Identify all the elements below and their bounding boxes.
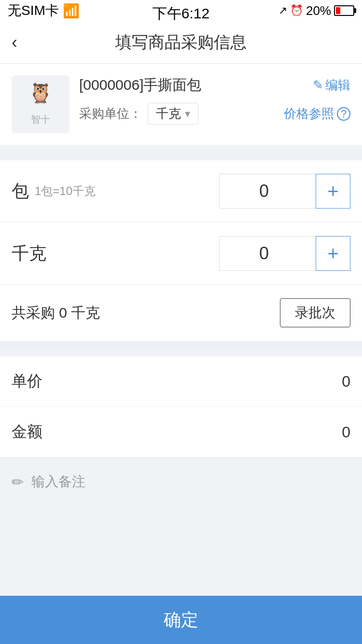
total-row: 共采购 0 千克 录批次 [0, 285, 362, 341]
kg-plus-button[interactable]: + [316, 236, 350, 271]
note-section[interactable]: ✏ 输入备注 [0, 458, 362, 506]
product-card: 🦉智十 [0000006]手撕面包 ✎ 编辑 采购单位： 千克 ▾ 价格参照 [0, 64, 362, 145]
amount-label: 金额 [12, 421, 42, 443]
edit-icon: ✎ [313, 78, 323, 93]
unit-selector-area: 采购单位： 千克 ▾ [79, 103, 198, 125]
battery-percent: 20% [306, 3, 331, 18]
bag-sub-label: 1包=10千克 [35, 183, 96, 199]
kg-input-controls: + [219, 236, 350, 271]
carrier-text: 无SIM卡 [8, 1, 59, 20]
unit-select[interactable]: 千克 ▾ [148, 103, 198, 125]
product-name-row: [0000006]手撕面包 ✎ 编辑 [79, 75, 350, 95]
kg-input-row: 千克 + [0, 223, 362, 285]
unit-price-row: 单价 0 [0, 356, 362, 407]
nav-bar: ‹ 填写商品采购信息 [0, 21, 362, 64]
amount-value: 0 [342, 423, 350, 441]
confirm-button[interactable]: 确定 [0, 596, 362, 644]
help-icon: ? [337, 107, 350, 121]
total-text: 共采购 0 千克 [12, 303, 100, 323]
product-info: [0000006]手撕面包 ✎ 编辑 采购单位： 千克 ▾ 价格参照 ? [79, 75, 350, 125]
bag-input-controls: + [219, 174, 350, 209]
section-divider-1 [0, 153, 362, 160]
unit-price-value: 0 [342, 373, 350, 391]
alarm-icon: ⏰ [290, 4, 303, 17]
pencil-icon: ✏ [12, 474, 24, 490]
bag-plus-button[interactable]: + [316, 174, 350, 209]
page-title: 填写商品采购信息 [115, 31, 247, 54]
batch-button[interactable]: 录批次 [280, 298, 350, 327]
edit-button[interactable]: ✎ 编辑 [313, 77, 350, 94]
kg-label: 千克 [12, 242, 46, 266]
input-section: 包 1包=10千克 + 千克 + [0, 160, 362, 285]
kg-label-group: 千克 [12, 242, 46, 266]
price-info-section: 单价 0 金额 0 [0, 356, 362, 458]
bag-label-group: 包 1包=10千克 [12, 180, 96, 203]
status-right: ↗ ⏰ 20% [278, 3, 354, 18]
status-bar: 无SIM卡 📶 下午6:12 ↗ ⏰ 20% [0, 0, 362, 21]
bag-input-row: 包 1包=10千克 + [0, 160, 362, 223]
status-time: 下午6:12 [153, 4, 209, 24]
section-divider-2 [0, 341, 362, 349]
bag-label: 包 [12, 180, 29, 203]
status-left: 无SIM卡 📶 [8, 1, 80, 20]
unit-row: 采购单位： 千克 ▾ 价格参照 ? [79, 103, 350, 125]
battery-indicator [334, 5, 354, 16]
product-name: [0000006]手撕面包 [79, 75, 201, 95]
chevron-down-icon: ▾ [185, 108, 190, 120]
location-icon: ↗ [278, 4, 287, 17]
unit-price-label: 单价 [12, 371, 42, 392]
price-ref-button[interactable]: 价格参照 ? [284, 105, 350, 122]
product-image: 🦉智十 [12, 75, 70, 133]
amount-row: 金额 0 [0, 407, 362, 458]
note-placeholder: 输入备注 [31, 473, 85, 491]
wifi-icon: 📶 [63, 3, 80, 19]
product-logo: 🦉智十 [28, 81, 53, 127]
unit-label: 采购单位： [79, 105, 142, 122]
kg-quantity-input[interactable] [219, 236, 316, 271]
bag-quantity-input[interactable] [219, 174, 316, 209]
back-button[interactable]: ‹ [12, 32, 17, 53]
